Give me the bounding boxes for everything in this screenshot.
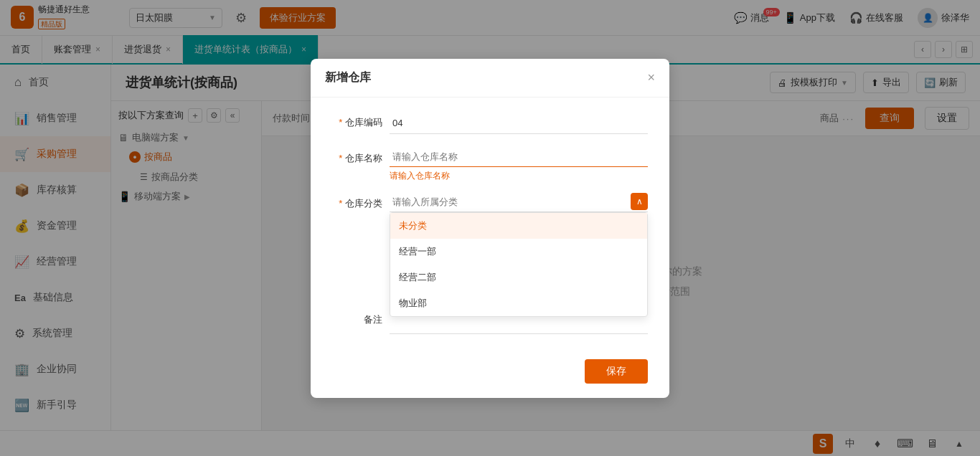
- modal-close-btn[interactable]: ×: [647, 70, 655, 85]
- name-form-row: * 仓库名称: [332, 147, 648, 167]
- modal-overlay: 新增仓库 × * 仓库编码 04 * 仓库名称: [0, 0, 980, 456]
- modal-footer: 保存: [311, 348, 669, 398]
- category-input-wrapper: ∧: [390, 192, 648, 212]
- name-field: [390, 147, 648, 167]
- category-dropdown: 未分类 经营一部 经营二部 物业部: [390, 212, 648, 317]
- code-form-row: * 仓库编码 04: [332, 112, 648, 134]
- modal-body: * 仓库编码 04 * 仓库名称 请输入仓库名称: [311, 98, 669, 348]
- code-value: 04: [392, 118, 402, 128]
- dropdown-item-1[interactable]: 经营一部: [390, 239, 647, 265]
- category-input[interactable]: [390, 192, 648, 212]
- code-label: * 仓库编码: [332, 116, 382, 129]
- modal-title: 新增仓库: [325, 70, 371, 85]
- name-label: * 仓库名称: [332, 147, 382, 165]
- category-arrow-btn[interactable]: ∧: [631, 193, 648, 210]
- code-field: 04: [390, 112, 648, 134]
- name-error-row: 请输入仓库名称: [332, 170, 648, 182]
- dropdown-item-0[interactable]: 未分类: [390, 213, 647, 239]
- dropdown-item-2[interactable]: 经营二部: [390, 265, 647, 290]
- dropdown-item-3[interactable]: 物业部: [390, 290, 647, 316]
- name-error-msg: 请输入仓库名称: [390, 170, 648, 182]
- save-button[interactable]: 保存: [585, 359, 648, 384]
- category-label: * 仓库分类: [332, 192, 382, 210]
- name-input[interactable]: [390, 147, 648, 167]
- modal: 新增仓库 × * 仓库编码 04 * 仓库名称: [311, 59, 669, 398]
- note-label: 备注: [332, 313, 382, 326]
- category-form-row: * 仓库分类 ∧ 未分类 经营一部: [332, 192, 648, 212]
- modal-header: 新增仓库 ×: [311, 59, 669, 98]
- category-field: ∧ 未分类 经营一部 经营二部 物业部: [390, 192, 648, 212]
